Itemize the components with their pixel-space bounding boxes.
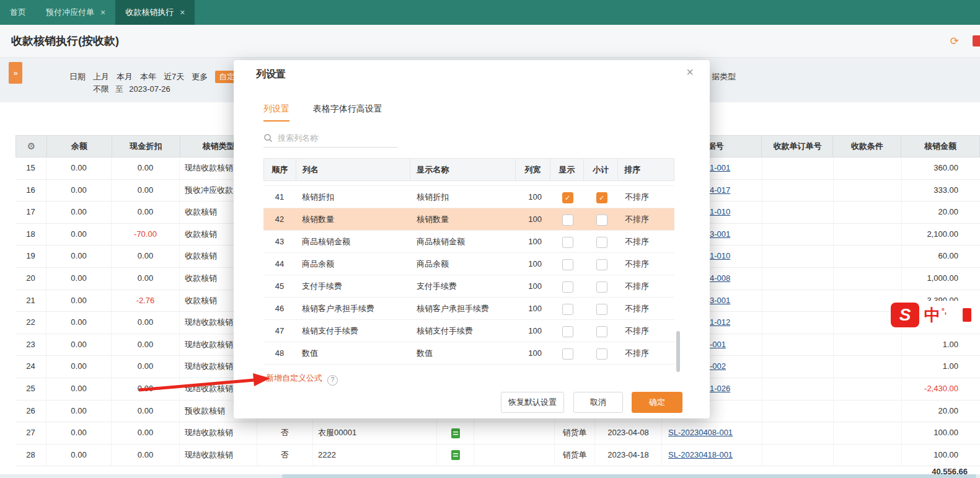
subtotal-checkbox[interactable]: ✓ [596,192,607,203]
page-title: 收款核销执行(按收款) [11,25,119,57]
topbar-tab[interactable]: 首页 [0,0,36,25]
column-search [263,128,397,148]
settings-column-header: 顺序 [264,159,296,180]
subtotal-checkbox[interactable] [596,215,607,226]
document-number-link[interactable]: 4-017 [710,185,730,195]
restore-defaults-button[interactable]: 恢复默认设置 [501,392,564,413]
subtotal-checkbox[interactable] [596,259,607,270]
topbar-tab[interactable]: 预付冲应付单× [36,0,115,25]
column-settings-row[interactable]: 46核销客户承担手续费核销客户承担手续费100不排序 [263,298,674,320]
subtotal-checkbox[interactable] [596,237,607,248]
column-settings-row[interactable]: 43商品核销金额商品核销金额100不排序 [263,231,674,253]
column-settings-row[interactable]: 48数值数值100不排序 [263,342,674,365]
tab-font-row-height[interactable]: 表格字体行高设置 [313,104,382,120]
subtotal-checkbox[interactable] [596,304,607,315]
filter-row-date: 日期 上月本月本年近7天更多 自定 [69,71,239,83]
attachment-icon[interactable] [451,428,460,438]
cell-amount: 360.00 [902,157,980,179]
show-checkbox[interactable] [562,215,573,226]
subtotal-checkbox[interactable] [596,348,607,360]
settings-cell-show [550,208,585,230]
tab-column-settings[interactable]: 列设置 [263,104,289,122]
settings-cell-name: 商品核销金额 [296,231,410,252]
column-settings-row[interactable]: 47核销支付手续费核销支付手续费100不排序 [263,320,674,342]
cancel-button[interactable]: 取消 [573,392,623,413]
range-end-date[interactable]: 2023-07-26 [129,84,170,94]
range-start-value[interactable]: 不限 [93,84,109,94]
help-icon[interactable]: ? [327,375,338,386]
column-settings-row[interactable]: 44商品余额商品余额100不排序 [263,253,674,275]
document-number-link[interactable]: 3-001 [710,229,730,239]
document-number-link[interactable]: 1-010 [710,251,730,260]
topbar-tab[interactable]: 收款核销执行× [115,0,195,25]
settings-cell-subtotal [585,320,619,342]
show-checkbox[interactable] [562,326,573,337]
tab-close-icon[interactable]: × [180,7,185,17]
table-row[interactable]: 280.000.00现结收款核销否2222销货单2023-04-18SL-202… [15,445,980,467]
tab-close-icon[interactable]: × [100,7,105,17]
subtotal-checkbox[interactable] [596,326,607,337]
column-header-discount: 现金折扣 [112,136,180,157]
cell-cond [834,246,902,267]
attachment-icon[interactable] [451,450,460,460]
column-settings-row[interactable]: 41核销折扣核销折扣100✓✓不排序 [263,186,674,208]
document-number-link[interactable]: 1-012 [710,317,730,327]
document-number-link[interactable]: -001 [710,340,726,349]
settings-cell-seq: 42 [263,208,296,230]
column-settings-row[interactable]: 45支付手续费支付手续费100不排序 [263,275,674,298]
cell-orderno [762,246,834,267]
cell-cond [834,268,902,290]
document-number-link[interactable]: -002 [710,361,726,371]
document-number-link[interactable]: 3-001 [710,296,730,305]
table-row[interactable]: 270.000.00现结收款核销否衣服00001销货单2023-04-08SL-… [15,422,980,445]
confirm-button[interactable]: 确定 [632,392,682,413]
close-icon[interactable]: × [686,65,694,79]
add-custom-formula-link[interactable]: 新增自定义公式? [266,373,338,386]
gear-icon[interactable]: ⚙ [27,141,35,151]
settings-cell-display: 商品余额 [410,253,516,275]
cell-num: 23 [15,334,46,356]
sidebar-collapse-button[interactable]: » [9,62,22,84]
column-settings-row[interactable]: 42核销数量核销数量100不排序 [263,208,674,231]
edge-red-icon[interactable] [973,35,980,46]
document-number-link[interactable]: SL-20230408-001 [668,428,733,437]
filter-quick-button[interactable]: 上月 [93,71,109,82]
filter-quick-button[interactable]: 更多 [192,71,208,82]
filter-quick-button[interactable]: 本月 [117,71,133,82]
cell-discount: 0.00 [112,422,180,444]
subtotal-checkbox[interactable] [596,281,607,293]
settings-cell-subtotal [585,253,619,275]
cell-discount: 0.00 [112,334,180,356]
document-number-link[interactable]: SL-20230418-001 [668,450,733,459]
document-number-link[interactable]: 1-001 [710,163,730,172]
document-number-link[interactable]: 1-010 [710,207,730,216]
cell-num: 24 [15,356,46,378]
settings-cell-seq: 47 [263,320,296,342]
settings-cell-name: 核销支付手续费 [296,320,410,342]
show-checkbox[interactable]: ✓ [562,192,573,203]
doc-type-filter-label: 据类型 [712,71,736,83]
watermark: S 中 °, [891,301,980,329]
horizontal-scrollbar-thumb[interactable] [282,474,976,478]
cell-balance: 0.00 [46,312,112,334]
filter-quick-button[interactable]: 近7天 [164,71,184,82]
show-checkbox[interactable] [562,237,573,248]
show-checkbox[interactable] [562,259,573,270]
filter-quick-button[interactable]: 本年 [140,71,156,82]
horizontal-scrollbar[interactable] [0,474,980,478]
column-search-input[interactable] [278,133,397,143]
cell-orderno [762,201,834,223]
cell-num: 21 [15,290,46,312]
cell-cond [834,356,902,378]
vertical-scrollbar-thumb[interactable] [676,331,680,372]
show-checkbox[interactable] [562,348,573,360]
refresh-icon[interactable]: ⟳ [950,35,959,48]
document-number-link[interactable]: 4-008 [710,273,730,283]
show-checkbox[interactable] [562,304,573,315]
filter-row-range: 不限 至 2023-07-26 [93,84,170,95]
cell-balance: 0.00 [46,246,112,267]
show-checkbox[interactable] [562,281,573,293]
cell-type: 现结收款核销 [180,445,257,466]
date-filter-label: 日期 [69,71,86,82]
document-number-link[interactable]: 1-026 [710,384,730,393]
